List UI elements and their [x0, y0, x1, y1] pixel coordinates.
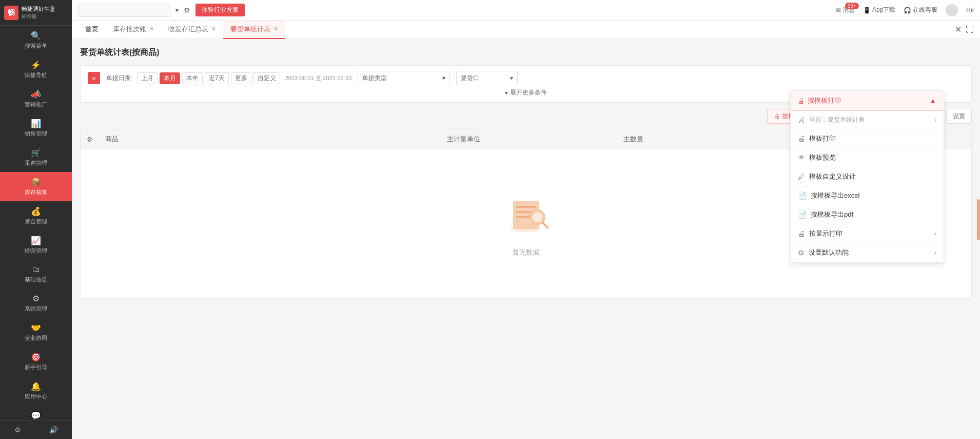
filter-expand-button[interactable]: »: [88, 72, 100, 84]
operation-icon: 📈: [31, 236, 41, 245]
sidebar-item-label: 采购管理: [25, 159, 47, 167]
print-dropdown-panel: 🖨 按模板打印 ▲ 🖨 当前：要货单统计表 › 🖨 模板打印 👁 模板预览: [790, 90, 944, 263]
tabs-expand-icon[interactable]: ⛶: [966, 25, 974, 34]
tab-order-stats-close[interactable]: ✕: [273, 26, 278, 32]
basic-icon: 🗂: [32, 265, 40, 274]
sidebar-item-search[interactable]: 🔍 搜索菜单: [0, 26, 72, 55]
svg-point-6: [532, 212, 542, 222]
print-current-icon: 🖨: [798, 116, 805, 124]
set-default-left: ⚙ 设置默认功能: [798, 248, 849, 257]
logo-icon: 畅: [4, 6, 18, 20]
tab-bar: 首页 库存批次账 ✕ 收发存汇总表 ✕ 要货单统计表 ✕ ✕ ⛶: [72, 21, 980, 39]
logo-subtitle: 标准版: [22, 13, 55, 20]
tab-order-stats[interactable]: 要货单统计表 ✕: [223, 21, 285, 39]
display-print-item[interactable]: 🖨 按显示打印 ›: [791, 224, 944, 243]
tab-order-stats-label: 要货单统计表: [230, 25, 270, 34]
tab-batch[interactable]: 库存批次账 ✕: [106, 21, 161, 39]
svg-rect-2: [516, 206, 536, 208]
tab-collection-label: 收发存汇总表: [168, 25, 208, 34]
app-center-icon: 🔔: [31, 381, 41, 391]
tab-home-label: 首页: [85, 25, 99, 34]
right-scrollbar[interactable]: [977, 199, 980, 240]
filter-type-label: 单据类型: [362, 74, 387, 83]
sidebar-item-finance[interactable]: 💰 资金管理: [0, 201, 72, 231]
filter-btn-this-year[interactable]: 本年: [182, 72, 203, 84]
sidebar-item-purchase[interactable]: 🛒 采购管理: [0, 143, 72, 172]
print-current-item[interactable]: 🖨 当前：要货单统计表 ›: [791, 111, 944, 129]
template-design-label: 模板自定义设计: [809, 172, 856, 181]
export-excel-label: 按模板导出excel: [811, 191, 859, 200]
print-icon: 🖨: [774, 113, 780, 120]
tab-collection[interactable]: 收发存汇总表 ✕: [161, 21, 223, 39]
app-download-button[interactable]: 📱 App下载: [863, 6, 895, 14]
topbar: ▾ ⚙ 体验行业方案 ✉ 消息 99+ 📱 App下载 🎧 在线客服 Rit: [72, 0, 980, 21]
sidebar-item-operation[interactable]: 📈 经营管理: [0, 231, 72, 260]
sidebar-item-app-center[interactable]: 🔔 应用中心: [0, 376, 72, 406]
svg-rect-3: [516, 211, 532, 213]
inventory-icon: 📦: [31, 177, 41, 187]
filter-goods-select[interactable]: 要货口 ▾: [456, 71, 518, 85]
sidebar-item-marketing[interactable]: 📣 营销推广: [0, 84, 72, 113]
message-icon: ✉: [836, 7, 841, 14]
sidebar-item-inventory[interactable]: 📦 库存核算: [0, 172, 72, 201]
topbar-gear-icon[interactable]: ⚙: [184, 6, 190, 14]
svg-line-7: [543, 223, 548, 228]
wechat-icon: 💬: [31, 411, 41, 420]
sidebar-item-label: 库存核算: [25, 188, 47, 196]
sidebar: 畅 畅捷通好生意 标准版 🔍 搜索菜单 ⚡ 快捷导航 📣 营销推广 📊 销售管理…: [0, 0, 72, 439]
print-design-item[interactable]: 🖊 模板自定义设计: [791, 167, 944, 186]
sidebar-item-basic[interactable]: 🗂 基础信息: [0, 260, 72, 289]
display-print-left: 🖨 按显示打印: [798, 229, 842, 238]
table-col-unit: 主计量单位: [441, 129, 618, 149]
purchase-icon: 🛒: [31, 148, 41, 158]
sidebar-item-shortcut[interactable]: ⚡ 快捷导航: [0, 55, 72, 84]
sidebar-item-system[interactable]: ⚙ 系统管理: [0, 289, 72, 318]
logo-text: 畅捷通好生意 标准版: [22, 5, 55, 20]
export-pdf-item[interactable]: 📄 按模板导出pdf: [791, 205, 944, 224]
export-pdf-icon: 📄: [798, 211, 807, 219]
user-avatar[interactable]: [946, 4, 958, 16]
filter-btn-this-month[interactable]: 本月: [160, 72, 180, 84]
sidebar-item-wechat[interactable]: 💬 企业微信: [0, 406, 72, 420]
settings-button[interactable]: 设置: [946, 109, 972, 124]
set-default-item[interactable]: ⚙ 设置默认功能 ›: [791, 243, 944, 262]
sidebar-item-sales[interactable]: 📊 销售管理: [0, 113, 72, 143]
sidebar-item-label: 快捷导航: [25, 71, 47, 79]
print-preview-item[interactable]: 👁 模板预览: [791, 148, 944, 167]
sound-footer-icon[interactable]: 🔊: [49, 426, 58, 434]
sidebar-nav: 🔍 搜索菜单 ⚡ 快捷导航 📣 营销推广 📊 销售管理 🛒 采购管理 📦 库存核…: [0, 26, 72, 420]
message-button[interactable]: ✉ 消息 99+: [836, 6, 855, 14]
sidebar-item-collab[interactable]: 🤝 企业协同: [0, 318, 72, 347]
empty-icon: [500, 190, 552, 242]
online-service-button[interactable]: 🎧 在线客服: [904, 6, 937, 14]
tabs-close-icon[interactable]: ✕: [955, 25, 962, 34]
print-template-item[interactable]: 🖨 模板打印: [791, 129, 944, 148]
trial-button[interactable]: 体验行业方案: [195, 4, 245, 16]
sidebar-item-label: 新手引导: [25, 364, 47, 371]
filter-btn-last-month[interactable]: 上月: [137, 72, 158, 84]
filter-btn-custom[interactable]: 自定义: [253, 72, 280, 84]
filter-btn-more[interactable]: 更多: [231, 72, 251, 84]
expand-more-label: 展开更多条件: [510, 88, 547, 97]
tab-batch-close[interactable]: ✕: [149, 26, 154, 32]
service-label: 在线客服: [913, 6, 937, 14]
sidebar-item-guide[interactable]: 🎯 新手引导: [0, 347, 72, 376]
template-design-icon: 🖊: [798, 173, 805, 181]
print-dropdown-close-icon[interactable]: ▲: [929, 97, 936, 105]
export-excel-item[interactable]: 📄 按模板导出excel: [791, 186, 944, 205]
template-preview-label: 模板预览: [809, 153, 836, 162]
display-print-label: 按显示打印: [809, 229, 842, 238]
filter-goods-label: 要货口: [461, 74, 479, 83]
filter-btn-7days[interactable]: 近7天: [205, 72, 229, 84]
settings-footer-icon[interactable]: ⚙: [14, 426, 21, 434]
sidebar-item-label: 系统管理: [25, 305, 47, 313]
filter-type-select[interactable]: 单据类型 ▾: [358, 71, 450, 85]
shortcut-icon: ⚡: [31, 60, 41, 70]
search-input[interactable]: [78, 4, 170, 17]
table-col-gear[interactable]: ⚙: [81, 129, 99, 149]
tab-home[interactable]: 首页: [78, 21, 106, 39]
filter-goods-arrow: ▾: [510, 74, 513, 82]
topbar-dropdown-icon[interactable]: ▾: [175, 7, 179, 14]
filter-date-label: 单据日期: [106, 74, 131, 83]
tab-collection-close[interactable]: ✕: [211, 26, 216, 32]
